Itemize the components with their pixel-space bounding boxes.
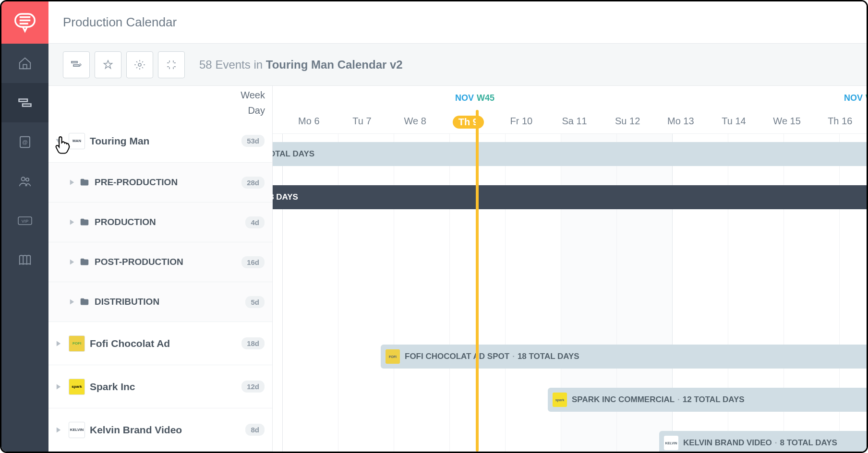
bar-thumb: spark xyxy=(553,393,567,407)
gantt-bar[interactable]: FOFIFOFI CHOCOLAT AD SPOT · 18 TOTAL DAY… xyxy=(381,345,867,369)
phase-name: POST-PRODUCTION xyxy=(95,257,241,267)
svg-rect-5 xyxy=(19,99,28,102)
project-thumb: spark xyxy=(69,379,85,395)
expand-toggle[interactable] xyxy=(53,425,64,435)
project-row[interactable]: KELVINKelvin Brand Video8d xyxy=(48,408,272,452)
day-header: Mo 13 xyxy=(654,116,707,129)
svg-point-10 xyxy=(26,178,29,181)
expand-toggle[interactable] xyxy=(67,257,77,267)
expand-toggle[interactable] xyxy=(67,297,77,307)
svg-rect-14 xyxy=(73,65,79,66)
gantt-bar[interactable]: sparkSPARK INC COMMERCIAL · 12 TOTAL DAY… xyxy=(548,388,867,412)
left-nav: @ VIP xyxy=(1,1,48,452)
axis-labels: Week Day xyxy=(48,86,272,119)
page-title: Production Calendar xyxy=(63,15,177,30)
gantt-bar[interactable]: PRE-PRODUCTION · 28 DAYS xyxy=(273,185,867,209)
nav-docs[interactable] xyxy=(1,240,48,280)
nav-contacts[interactable]: @ xyxy=(1,122,48,162)
expand-toggle[interactable] xyxy=(53,381,64,392)
svg-rect-6 xyxy=(23,104,31,107)
day-header: Mo 6 xyxy=(282,116,336,129)
gantt-bar[interactable]: KELVINKELVIN BRAND VIDEO · 8 TOTAL DAYS xyxy=(659,431,867,452)
duration-badge: 53d xyxy=(241,135,265,147)
nav-vip[interactable]: VIP xyxy=(1,201,48,240)
cursor-hand-icon xyxy=(52,135,73,156)
project-thumb: FOFI xyxy=(69,335,85,352)
day-header: We 8 xyxy=(388,116,442,129)
phase-row[interactable]: DISTRIBUTION5d xyxy=(48,282,272,322)
events-summary: 58 Events in Touring Man Calendar v2 xyxy=(199,58,403,72)
duration-badge: 5d xyxy=(245,296,265,308)
phase-name: PRODUCTION xyxy=(95,217,245,227)
project-thumb: KELVIN xyxy=(69,422,85,438)
phase-row[interactable]: POST-PRODUCTION16d xyxy=(48,242,272,282)
duration-badge: 4d xyxy=(245,216,265,228)
duration-badge: 8d xyxy=(245,424,265,436)
project-list-panel: Week Day MANTouring Man53dPRE-PRODUCTION… xyxy=(48,86,273,452)
header: Production Calendar xyxy=(48,1,867,44)
day-header: Sa 11 xyxy=(548,116,601,129)
settings-button[interactable] xyxy=(126,51,153,78)
app-logo[interactable] xyxy=(1,1,48,44)
duration-badge: 28d xyxy=(241,177,265,189)
week-marker: NOVW46 xyxy=(844,93,867,103)
duration-badge: 16d xyxy=(241,256,265,268)
svg-rect-13 xyxy=(72,61,77,63)
day-header: Th 16 xyxy=(813,116,867,129)
day-header: Tu 14 xyxy=(707,116,760,129)
day-header: Th 9 xyxy=(442,116,495,129)
timeline-panel[interactable]: NOVW45NOVW46 Mo 6Tu 7We 8Th 9Fr 10Sa 11S… xyxy=(273,86,867,452)
phase-row[interactable]: PRODUCTION4d xyxy=(48,203,272,242)
gantt-bar[interactable]: MANTOURING MAN · 53 TOTAL DAYS xyxy=(273,142,867,166)
expand-toggle[interactable] xyxy=(53,338,64,349)
day-header: Su 12 xyxy=(601,116,654,129)
phase-name: DISTRIBUTION xyxy=(95,297,245,307)
day-header: We 15 xyxy=(760,116,814,129)
project-name: Touring Man xyxy=(90,135,241,147)
view-mode-button[interactable] xyxy=(63,51,90,78)
day-header: Fr 10 xyxy=(495,116,548,129)
nav-timeline[interactable] xyxy=(1,83,48,122)
bar-thumb: KELVIN xyxy=(664,436,678,450)
week-marker: NOVW45 xyxy=(455,93,494,103)
phase-name: PRE-PRODUCTION xyxy=(95,177,241,188)
duration-badge: 12d xyxy=(241,381,265,393)
svg-point-15 xyxy=(138,63,141,66)
project-row[interactable]: MANTouring Man53d xyxy=(48,119,272,163)
day-header: Tu 7 xyxy=(336,116,389,129)
collapse-button[interactable] xyxy=(158,51,185,78)
nav-people[interactable] xyxy=(1,162,48,201)
toolbar: 58 Events in Touring Man Calendar v2 xyxy=(48,44,867,86)
svg-rect-4 xyxy=(23,65,27,69)
project-name: Spark Inc xyxy=(90,381,241,393)
project-row[interactable]: FOFIFofi Chocolat Ad18d xyxy=(48,322,272,365)
duration-badge: 18d xyxy=(241,337,265,349)
phase-row[interactable]: PRE-PRODUCTION28d xyxy=(48,163,272,203)
expand-toggle[interactable] xyxy=(67,217,77,227)
expand-toggle[interactable] xyxy=(67,177,77,188)
svg-text:@: @ xyxy=(22,139,27,145)
favorite-button[interactable] xyxy=(95,51,121,78)
svg-point-9 xyxy=(22,177,25,181)
nav-home[interactable] xyxy=(1,44,48,83)
svg-text:VIP: VIP xyxy=(22,219,29,224)
project-name: Kelvin Brand Video xyxy=(90,424,245,436)
project-row[interactable]: sparkSpark Inc12d xyxy=(48,365,272,408)
bar-thumb: FOFI xyxy=(386,349,400,364)
project-name: Fofi Chocolat Ad xyxy=(90,338,241,349)
